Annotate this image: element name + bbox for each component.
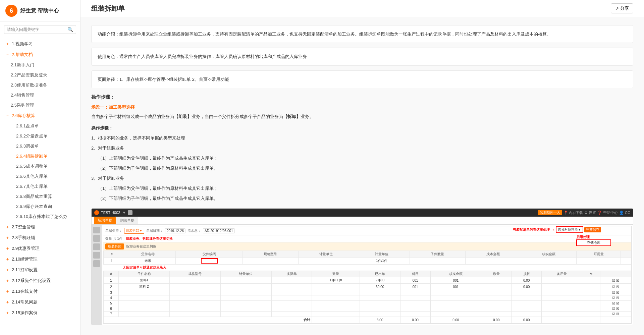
sidebar-item-269[interactable]: 2.6.9库存账本查询 [0, 202, 80, 212]
inner-process-desc: 拆卸业务在这里切换 [126, 244, 156, 249]
inner-tab-active: 新增单据 [94, 217, 116, 224]
annotation-switch: 组装业务、拆卸业务在这里切换 [126, 236, 173, 241]
sidebar-item-27[interactable]: ＋ 2.7资金管理 [0, 222, 80, 232]
share-label: 分享 [620, 5, 629, 11]
sub-table-row: 2 黑料 2 30.00 001 001 [104, 284, 631, 290]
std-actual1 [271, 277, 312, 284]
footer-total-val5: 0.00 [481, 317, 512, 323]
sidebar-item-label-27: 2.7资金管理 [12, 224, 35, 230]
sidebar-item-262[interactable]: 2.6.2分量盘点单 [0, 131, 80, 141]
sidebar-item-214[interactable]: ＋ 2.14常见问题 [0, 297, 80, 308]
std-m1 [582, 277, 600, 284]
inner-toolbar-row2: 数量 共 1件 组装业务、拆卸业务在这里切换 启用处理 存储仓库 [103, 235, 631, 242]
inner-tab-area: 新增单据 删除单据 [92, 217, 633, 225]
sidebar-item-211[interactable]: ＋ 2.11打印设置 [0, 265, 80, 275]
sidebar-item-28[interactable]: ＋ 2.8手机旺铺 [0, 232, 80, 243]
arrow-bom: → [550, 227, 555, 232]
sidebar-item-213[interactable]: ＋ 2.13在线支付 [0, 286, 80, 297]
th-available: 可用量 [577, 251, 621, 258]
th-spec: 规格型号 [243, 251, 298, 258]
annotation-bom-text: 有装配清单的在这里处理 [513, 227, 550, 232]
logo-icon: 6 [5, 5, 17, 17]
inner-icon-4 [93, 252, 100, 259]
sidebar-item-22[interactable]: 2.2产品安装及登录 [0, 70, 80, 80]
step3-1: （1）上部明细为父件明细，最终作为原材料生成其它出库单； [98, 184, 633, 193]
search-box[interactable]: 🔍 [4, 25, 76, 34]
expand-icon-27: ＋ [5, 224, 10, 230]
expand-icon-docs: － [5, 52, 10, 58]
th-cost: 成本金额 [465, 251, 521, 258]
sidebar-item-label-210: 2.10经营管理 [12, 256, 38, 262]
std-name1: 黑料1 [119, 277, 170, 284]
annotation-enable: 启用处理 存储仓库 [576, 235, 611, 246]
expand-icon-29: ＋ [5, 245, 10, 252]
th-child-qty: 子件数量 [410, 251, 465, 258]
role-text: 使用角色：通常由生产人员或库管人员完成拆装业务的操作，库管人员确认原材料的出库和… [98, 54, 307, 59]
inner-predict-btn: 预测期间—天 [538, 210, 562, 215]
std-code2 [169, 284, 220, 290]
inner-left-panel [92, 225, 102, 325]
sidebar-item-29[interactable]: ＋ 2.9优惠券管理 [0, 243, 80, 254]
sidebar-item-24[interactable]: 2.4销售管理 [0, 90, 80, 100]
sidebar-item-label-26: 2.6库存核算 [12, 113, 35, 119]
sidebar-item-26[interactable]: － 2.6库存核算 [0, 110, 80, 121]
path-box: 页面路径：1、库存核算->库存管理->组装拆卸单 2、首页->常用功能 [91, 70, 633, 88]
path-text: 页面路径：1、库存核算->库存管理->组装拆卸单 2、首页->常用功能 [98, 77, 229, 82]
sidebar-item-video[interactable]: ＋ 1.视频学习 [0, 39, 80, 49]
td-row-num: 1 [104, 258, 120, 265]
sidebar-item-263[interactable]: 2.6.3调拨单 [0, 141, 80, 151]
sth-qty: 数量 [312, 271, 360, 277]
sub-table-row: 6☑ ☒ [104, 306, 631, 312]
std-code1 [169, 277, 220, 284]
sidebar-item-265[interactable]: 2.6.5成本调整单 [0, 161, 80, 171]
std-unit1 [220, 277, 271, 284]
search-input[interactable] [7, 27, 67, 32]
sidebar-item-23[interactable]: 2.3使用前数据准备 [0, 80, 80, 90]
std-subj1: 001 [400, 277, 430, 284]
sidebar-item-268[interactable]: 2.6.8商品成本重算 [0, 191, 80, 202]
annotation-nofixed: ↑ 无固定清单可以通过这里录入 [120, 266, 166, 269]
std-loss2: 0.00 [512, 284, 542, 290]
sidebar-item-label-28: 2.8手机旺铺 [12, 235, 35, 241]
th-action [621, 251, 631, 258]
sidebar-item-2610[interactable]: 2.6.10库存账本错了怎么办 [0, 212, 80, 222]
sidebar-item-docs[interactable]: － 2.帮助文档 [0, 49, 80, 60]
sidebar-item-267[interactable]: 2.6.7其他出库单 [0, 181, 80, 191]
footer-total-val1 [312, 317, 360, 323]
nav-list: ＋ 1.视频学习 － 2.帮助文档 2.1新手入门 2.2产品安装及登录 2.3… [0, 37, 80, 320]
sidebar-item-label-212: 2.12系统个性化设置 [12, 278, 51, 284]
sidebar-item-25[interactable]: 2.5采购管理 [0, 100, 80, 110]
sidebar-item-210[interactable]: ＋ 2.10经营管理 [0, 254, 80, 265]
std-verify2: 001 [430, 284, 481, 290]
sth-code: 规格型号 [169, 271, 220, 277]
std-subj2: 001 [400, 284, 430, 290]
sidebar-item-264[interactable]: 2.6.4组装拆卸单 [0, 151, 80, 161]
inner-parent-table: # 父件名称 父件编码 规格型号 计量单位 计量单位 子件数量 成本金额 核实金 [103, 251, 631, 265]
inner-field-date: 2019-12-26 [165, 228, 185, 233]
sidebar-item-266[interactable]: 2.6.6其他入库单 [0, 171, 80, 181]
share-button[interactable]: ↗ 分享 [611, 3, 633, 13]
sth-issued: 已出单 [360, 271, 400, 277]
sth-m: M [582, 271, 600, 277]
top-header: 组装拆卸单 ↗ 分享 [80, 0, 644, 17]
sidebar-item-261[interactable]: 2.6.1盘点单 [0, 121, 80, 131]
inner-app-id: TEST-H002 [101, 211, 120, 215]
table-row: 1 米米 1件/1件 [104, 258, 631, 265]
main-area: 组装拆卸单 ↗ 分享 功能介绍：组装拆卸单用来处理企业组装或拆卸等加工业务，支持… [80, 0, 644, 335]
sidebar-item-21[interactable]: 2.1新手入门 [0, 60, 80, 70]
inner-label-id: 流水总： [187, 228, 201, 233]
th-parent-code: 父件编码 [176, 251, 243, 258]
step2-2: （2）下部明细为子件明细，最终作为原材料生成其它出库单。 [98, 164, 633, 173]
mock-screenshot: TEST-H002 ▼ 预测期间—天 📍 App下载 ⚙ 设置 ❓ 帮助中心 👤… [92, 209, 633, 325]
th-qty: 计量单位 [354, 251, 410, 258]
scene1-desc: 当由多个子件材料组装成一个成品的业务为【组装】业务，当由一个父件拆分成多个子产品… [91, 112, 633, 121]
std-unit2 [220, 284, 271, 290]
role-box: 使用角色：通常由生产人员或库管人员完成拆装业务的操作，库管人员确认原材料的出库和… [91, 48, 633, 65]
expand-icon-26: － [5, 113, 10, 119]
inner-toolbar-row1: 单据类型： 组装拆卸▼ 单据日期： 2019-12-26 流水总： AD-201… [103, 226, 631, 235]
sidebar-item-215[interactable]: ＋ 2.15操作案例 [0, 308, 80, 318]
inner-icon-5 [93, 260, 100, 267]
std-spare2 [542, 284, 582, 290]
sidebar-item-212[interactable]: ＋ 2.12系统个性化设置 [0, 275, 80, 286]
std-qty2-2 [481, 284, 512, 290]
